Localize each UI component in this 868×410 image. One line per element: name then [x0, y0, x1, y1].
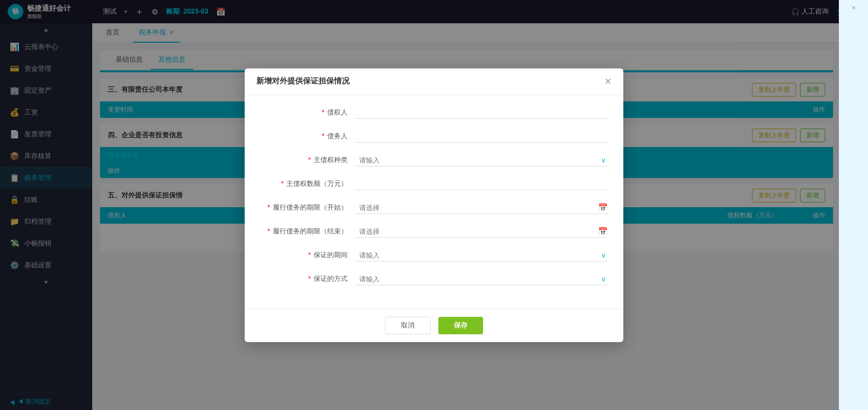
modal-close-button[interactable]: ✕	[604, 76, 612, 87]
select-debt-type-wrap: ∨	[355, 154, 608, 166]
field-guarantee-period: * 保证的期间 ∨	[260, 249, 608, 262]
input-debt-amount[interactable]	[355, 178, 608, 190]
select-debt-type[interactable]	[355, 154, 608, 166]
select-guarantee-method[interactable]	[355, 273, 608, 285]
field-debt-amount: * 主债权数额（万元）	[260, 178, 608, 190]
chevron-down-icon2: ∨	[601, 251, 606, 259]
select-guarantee-period[interactable]	[355, 249, 608, 261]
date-end-wrap: 📅	[355, 226, 608, 238]
modal: 新增对外提供保证担保情况 ✕ * 债权人 * 债务人	[245, 68, 623, 342]
modal-title: 新增对外提供保证担保情况	[256, 76, 350, 86]
select-guarantee-period-wrap: ∨	[355, 249, 608, 262]
calendar-start-icon[interactable]: 📅	[598, 203, 608, 212]
save-button[interactable]: 保存	[438, 317, 483, 334]
field-date-start: * 履行债务的期限（开始） 📅	[260, 202, 608, 214]
date-end-input[interactable]	[355, 226, 598, 237]
date-start-wrap: 📅	[355, 202, 608, 214]
modal-header: 新增对外提供保证担保情况 ✕	[245, 68, 623, 95]
field-date-end: * 履行债务的期限（结束） 📅	[260, 226, 608, 238]
field-guarantee-method: * 保证的方式 ∨	[260, 273, 608, 285]
label-guarantee-period: * 保证的期间	[260, 251, 348, 260]
select-guarantee-method-wrap: ∨	[355, 273, 608, 285]
chevron-down-icon3: ∨	[601, 275, 606, 283]
label-date-start: * 履行债务的期限（开始）	[260, 203, 348, 212]
calendar-end-icon[interactable]: 📅	[598, 227, 608, 236]
date-start-input[interactable]	[355, 202, 598, 213]
label-guarantee-method: * 保证的方式	[260, 275, 348, 283]
chevron-down-icon: ∨	[601, 156, 606, 164]
label-creditor: * 债权人	[260, 108, 348, 117]
field-debt-type: * 主债权种类 ∨	[260, 154, 608, 166]
input-creditor[interactable]	[355, 107, 608, 119]
label-debt-amount: * 主债权数额（万元）	[260, 180, 348, 188]
bg-year-panel: ✕	[839, 0, 868, 410]
input-debtor[interactable]	[355, 131, 608, 143]
field-creditor: * 债权人	[260, 107, 608, 119]
field-debtor: * 债务人	[260, 131, 608, 143]
label-debtor: * 债务人	[260, 132, 348, 141]
modal-body: * 债权人 * 债务人 * 主债权种类	[245, 95, 623, 309]
label-debt-type: * 主债权种类	[260, 156, 348, 164]
label-date-end: * 履行债务的期限（结束）	[260, 227, 348, 236]
modal-overlay: ✕ 新增对外提供保证担保情况 ✕ * 债权人 * 债务人	[0, 0, 868, 410]
cancel-button[interactable]: 取消	[385, 317, 431, 334]
modal-footer: 取消 保存	[245, 309, 623, 342]
